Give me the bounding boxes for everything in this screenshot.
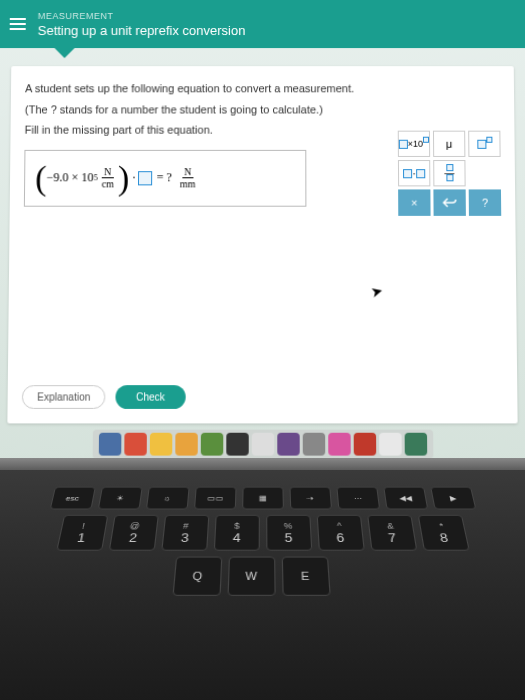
key-f2[interactable]: ☼ — [145, 487, 189, 510]
breadcrumb: MEASUREMENT — [38, 10, 246, 20]
key-f7[interactable]: ◀◀ — [383, 487, 428, 510]
key-5[interactable]: %5 — [266, 515, 312, 551]
dock-icon[interactable] — [149, 433, 172, 456]
equals: = ? — [157, 170, 172, 185]
content-card: A student sets up the following equation… — [7, 66, 517, 423]
dock-icon[interactable] — [226, 433, 248, 456]
key-f3[interactable]: ▭▭ — [193, 487, 236, 510]
key-f8[interactable]: ▶ — [430, 487, 476, 510]
key-8[interactable]: *8 — [417, 515, 469, 551]
page-title: Setting up a unit reprefix conversion — [38, 23, 246, 38]
key-2[interactable]: @2 — [108, 515, 158, 551]
symbol-palette: ×10 μ · × ? — [398, 131, 501, 216]
unit-fraction: N mm — [178, 166, 198, 189]
palette-help[interactable]: ? — [469, 189, 502, 215]
key-e[interactable]: E — [281, 557, 330, 596]
dock-icon[interactable] — [200, 433, 222, 456]
dock-icon[interactable] — [277, 433, 299, 456]
key-w[interactable]: W — [227, 557, 275, 596]
dock-icon[interactable] — [353, 433, 376, 456]
key-esc[interactable]: esc — [49, 487, 95, 510]
key-3[interactable]: #3 — [161, 515, 209, 551]
palette-exponent[interactable] — [468, 131, 500, 157]
key-4[interactable]: $4 — [213, 515, 259, 551]
instruction-line: A student sets up the following equation… — [25, 80, 500, 98]
coefficient: −9.0 × 10 — [47, 170, 94, 185]
key-6[interactable]: ^6 — [316, 515, 364, 551]
laptop-keyboard: esc ☀ ☼ ▭▭ ▦ ⇢ ⋯ ◀◀ ▶ !1 @2 #3 $4 %5 ^6 … — [0, 470, 525, 700]
dock-icon[interactable] — [328, 433, 351, 456]
instruction-line: (The ? stands for a number the student i… — [25, 101, 500, 119]
equation-input[interactable]: ( −9.0 × 105 N cm ) · = ? N mm — [24, 150, 307, 207]
macos-dock — [92, 430, 433, 459]
dock-icon[interactable] — [98, 433, 121, 456]
palette-undo[interactable] — [433, 189, 465, 215]
check-button[interactable]: Check — [116, 385, 186, 409]
key-1[interactable]: !1 — [56, 515, 108, 551]
dock-icon[interactable] — [302, 433, 324, 456]
unit-fraction: N cm — [100, 166, 117, 189]
key-7[interactable]: &7 — [367, 515, 417, 551]
dock-icon[interactable] — [175, 433, 198, 456]
exponent: 5 — [94, 173, 98, 182]
tab-indicator — [54, 48, 74, 58]
key-f1[interactable]: ☀ — [97, 487, 142, 510]
dock-icon[interactable] — [124, 433, 147, 456]
palette-dot[interactable]: · — [398, 160, 430, 186]
key-f4[interactable]: ▦ — [242, 487, 284, 510]
dock-icon[interactable] — [379, 433, 402, 456]
menu-icon[interactable] — [10, 18, 26, 30]
app-header: MEASUREMENT Setting up a unit reprefix c… — [0, 0, 525, 48]
key-f5[interactable]: ⇢ — [289, 487, 332, 510]
palette-mu[interactable]: μ — [433, 131, 465, 157]
key-q[interactable]: Q — [172, 557, 222, 596]
palette-x10[interactable]: ×10 — [398, 131, 430, 157]
explanation-button[interactable]: Explanation — [22, 385, 106, 409]
dock-icon[interactable] — [251, 433, 273, 456]
palette-clear[interactable]: × — [398, 189, 430, 215]
answer-blank[interactable] — [138, 171, 152, 185]
dock-icon[interactable] — [404, 433, 427, 456]
right-paren: ) — [118, 159, 130, 198]
left-paren: ( — [35, 159, 47, 198]
palette-fraction[interactable] — [433, 160, 465, 186]
key-f6[interactable]: ⋯ — [336, 487, 380, 510]
